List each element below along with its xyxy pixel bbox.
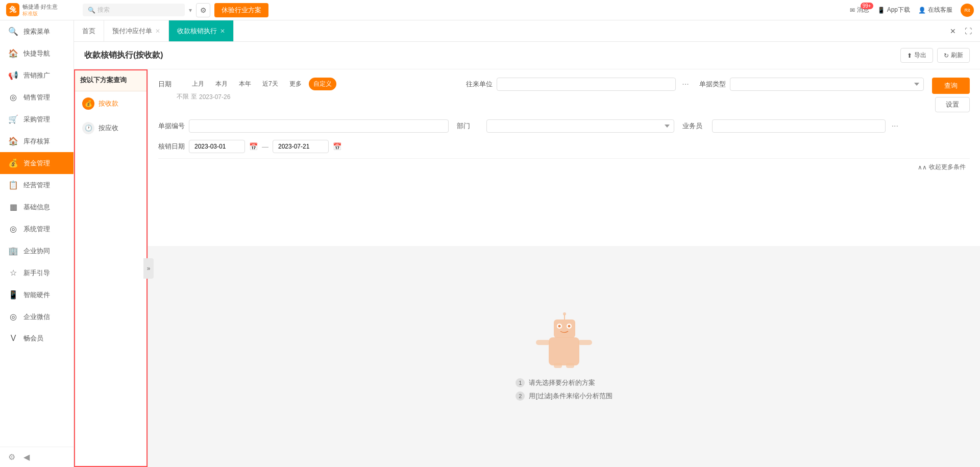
doc-no-field: 单据编号 <box>158 119 449 133</box>
date-last-7days[interactable]: 近7天 <box>258 78 282 90</box>
wechat-icon: ◎ <box>8 312 18 322</box>
dept-select[interactable] <box>486 119 675 133</box>
sidebar-item-purchase[interactable]: 🛒 采购管理 <box>0 108 74 130</box>
service-icon: 👤 <box>918 7 926 14</box>
partner-input[interactable] <box>497 78 676 91</box>
hint-item-1: 1 请先选择要分析的方案 <box>516 378 612 387</box>
partner-ellipsis-icon[interactable]: ··· <box>680 80 691 89</box>
collapse-conditions-button[interactable]: ∧∧ 收起更多条件 <box>158 158 970 176</box>
top-bar-center: 🔍 搜索 ▾ ⚙ 休验行业方案 <box>78 3 850 17</box>
page-actions: ⬆ 导出 ↻ 刷新 <box>900 48 970 63</box>
form-row-2: 单据编号 部门 业务员 ··· <box>158 119 970 133</box>
settings-icon-button[interactable]: ⚙ <box>196 3 210 17</box>
date-this-year[interactable]: 本年 <box>235 78 255 90</box>
logo-icon: 兔 <box>6 3 19 16</box>
tab-actions: ✕ ⛶ <box>941 20 980 41</box>
sidebar-item-enterprise[interactable]: 🏢 企业协同 <box>0 240 74 262</box>
export-button[interactable]: ⬆ 导出 <box>900 48 933 63</box>
tab-home[interactable]: 首页 <box>74 20 104 41</box>
sidebar-collapse-icon[interactable]: ◀ <box>23 452 30 462</box>
guide-icon: ☆ <box>8 268 18 278</box>
avatar[interactable]: Rit <box>961 4 974 17</box>
sidebar: 🔍 搜索菜单 🏠 快捷导航 📢 营销推广 ◎ 销售管理 🛒 采购管理 🏠 库存核… <box>0 20 74 467</box>
sales-input[interactable] <box>712 119 885 133</box>
partner-field: 往来单位 ··· <box>466 78 691 91</box>
sidebar-item-business[interactable]: 📋 经营管理 <box>0 174 74 196</box>
vip-icon: V <box>8 334 18 343</box>
filter-option-by-receipt[interactable]: 💰 按收款 <box>74 91 148 116</box>
sidebar-item-system[interactable]: ◎ 系统管理 <box>0 218 74 240</box>
purchase-icon: 🛒 <box>8 114 18 124</box>
writeoff-date-from-input[interactable] <box>189 140 245 153</box>
top-bar-right: ✉ 消息 99+ 📱 App下载 👤 在线客服 Rit <box>850 4 974 17</box>
filter-panel-collapse-button[interactable]: » <box>143 258 154 279</box>
tab-prepay[interactable]: 预付冲应付单 ✕ <box>104 20 169 41</box>
calendar-to-icon[interactable]: 📅 <box>333 142 341 151</box>
search-menu-icon: 🔍 <box>8 27 18 36</box>
industry-solution-button[interactable]: 休验行业方案 <box>214 3 268 17</box>
tab-close-prepay[interactable]: ✕ <box>155 28 160 35</box>
form-row-3: 核销日期 📅 — 📅 <box>158 140 970 153</box>
svg-point-5 <box>568 325 570 328</box>
sidebar-item-search-menu[interactable]: 🔍 搜索菜单 <box>0 20 74 42</box>
tab-writeoff[interactable]: 收款核销执行 ✕ <box>169 20 234 41</box>
sidebar-item-vip[interactable]: V 畅会员 <box>0 328 74 349</box>
doc-type-field: 单据类型 <box>699 78 924 91</box>
svg-rect-1 <box>554 319 575 338</box>
svg-rect-6 <box>536 340 550 345</box>
sidebar-item-quick-nav[interactable]: 🏠 快捷导航 <box>0 42 74 64</box>
sidebar-settings-icon[interactable]: ⚙ <box>8 452 15 462</box>
setting-button[interactable]: 设置 <box>935 97 970 112</box>
doc-no-input[interactable] <box>189 119 449 133</box>
writeoff-date-to-input[interactable] <box>273 140 329 153</box>
logo-text: 畅捷通·好生意 标准版 <box>22 3 58 17</box>
sales-ellipsis-icon[interactable]: ··· <box>890 121 900 131</box>
export-icon: ⬆ <box>907 52 912 59</box>
empty-robot-illustration <box>531 312 597 368</box>
refresh-button[interactable]: ↻ 刷新 <box>937 48 970 63</box>
enterprise-icon: 🏢 <box>8 246 18 256</box>
calendar-from-icon[interactable]: 📅 <box>249 142 258 151</box>
sidebar-item-guide[interactable]: ☆ 新手引导 <box>0 262 74 284</box>
filter-option-by-receivable[interactable]: 🕐 按应收 <box>74 116 148 140</box>
writeoff-date-field: 核销日期 📅 — 📅 <box>158 140 341 153</box>
tab-spacer <box>234 20 941 41</box>
tab-close-all-button[interactable]: ✕ <box>946 24 960 38</box>
query-button[interactable]: 查询 <box>932 78 970 94</box>
message-button[interactable]: ✉ 消息 99+ <box>850 6 869 14</box>
query-area: 日期 上月 本月 本年 近7天 更多 自定义 <box>148 69 980 246</box>
message-icon: ✉ <box>850 7 855 14</box>
tab-expand-button[interactable]: ⛶ <box>962 24 975 38</box>
inventory-icon: 🏠 <box>8 136 18 146</box>
sidebar-item-basic[interactable]: ▦ 基础信息 <box>0 196 74 218</box>
sidebar-item-sales[interactable]: ◎ 销售管理 <box>0 86 74 108</box>
svg-rect-8 <box>554 363 562 368</box>
empty-state: 1 请先选择要分析的方案 2 用[过滤]条件来缩小分析范围 <box>148 246 980 468</box>
sales-field: 业务员 ··· <box>682 119 900 133</box>
date-more[interactable]: 更多 <box>285 78 306 90</box>
sidebar-item-inventory[interactable]: 🏠 库存核算 <box>0 130 74 152</box>
date-this-month[interactable]: 本月 <box>211 78 232 90</box>
sidebar-item-finance[interactable]: 💰 资金管理 <box>0 152 74 174</box>
date-custom-button[interactable]: 自定义 <box>309 78 336 90</box>
collapse-up-icon: ∧∧ <box>918 164 927 171</box>
date-last-month[interactable]: 上月 <box>188 78 208 90</box>
sidebar-item-marketing[interactable]: 📢 营销推广 <box>0 64 74 86</box>
sidebar-item-hardware[interactable]: 📱 智能硬件 <box>0 284 74 306</box>
marketing-icon: 📢 <box>8 70 18 80</box>
date-unlimited-row: 不限 至 2023-07-26 <box>158 92 230 101</box>
tab-close-writeoff[interactable]: ✕ <box>220 28 225 35</box>
svg-rect-0 <box>549 337 579 365</box>
form-row-1: 日期 上月 本月 本年 近7天 更多 自定义 <box>158 78 970 112</box>
date-row: 日期 上月 本月 本年 近7天 更多 自定义 <box>158 78 336 90</box>
date-field: 日期 上月 本月 本年 近7天 更多 自定义 <box>158 78 458 108</box>
doc-type-select[interactable] <box>730 78 924 91</box>
search-box[interactable]: 🔍 搜索 <box>83 4 185 16</box>
online-service-button[interactable]: 👤 在线客服 <box>918 6 952 14</box>
app-download-button[interactable]: 📱 App下载 <box>877 6 910 14</box>
page-header: 收款核销执行(按收款) ⬆ 导出 ↻ 刷新 <box>74 42 980 69</box>
empty-hints: 1 请先选择要分析的方案 2 用[过滤]条件来缩小分析范围 <box>516 378 612 401</box>
sidebar-item-wechat[interactable]: ◎ 企业微信 <box>0 306 74 328</box>
right-content: 日期 上月 本月 本年 近7天 更多 自定义 <box>148 69 980 467</box>
receivable-icon: 🕐 <box>82 122 94 134</box>
